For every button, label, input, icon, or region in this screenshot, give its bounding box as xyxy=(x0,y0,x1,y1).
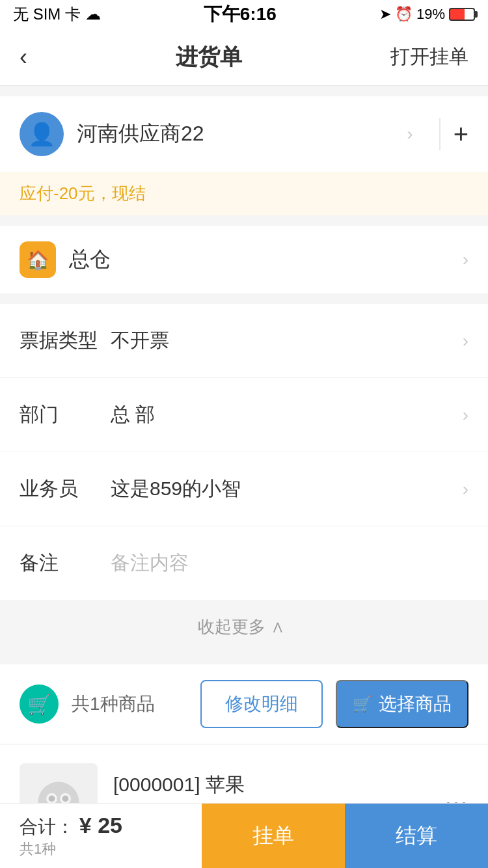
department-arrow-icon: › xyxy=(463,405,468,426)
supplier-arrow-icon: › xyxy=(407,124,413,144)
warehouse-icon-inner: 🏠 xyxy=(27,249,49,271)
product-code: [0000001] xyxy=(113,774,200,795)
total-amount: ¥ 25 xyxy=(79,813,122,837)
svg-point-3 xyxy=(49,796,55,802)
salesperson-value: 这是859的小智 xyxy=(111,476,463,502)
back-button[interactable]: ‹ xyxy=(20,44,27,71)
warehouse-name: 总仓 xyxy=(69,245,463,274)
alarm-icon: ⏰ xyxy=(395,6,413,23)
department-value: 总 部 xyxy=(111,401,463,428)
status-time: 下午6:16 xyxy=(204,2,277,27)
warehouse-section[interactable]: 🏠 总仓 › xyxy=(0,226,488,293)
battery-icon xyxy=(449,8,475,21)
product-bag-icon: 🛒 xyxy=(27,693,51,716)
salesperson-label: 业务员 xyxy=(20,476,111,502)
settle-button[interactable]: 结算 xyxy=(345,804,488,868)
invoice-type-label: 票据类型 xyxy=(20,327,111,354)
supplier-add-button[interactable]: + xyxy=(454,120,468,149)
footer: 合计： ¥ 25 共1种 挂单 结算 xyxy=(0,803,488,868)
select-product-label: 选择商品 xyxy=(379,692,452,716)
select-product-button[interactable]: 🛒 选择商品 xyxy=(336,680,468,728)
select-product-icon: 🛒 xyxy=(353,695,372,713)
total-label: 合计： xyxy=(20,817,74,837)
salesperson-row[interactable]: 业务员 这是859的小智 › xyxy=(0,452,488,526)
product-header: 🛒 共1种商品 修改明细 🛒 选择商品 xyxy=(0,664,488,744)
footer-total: 合计： ¥ 25 共1种 xyxy=(0,804,202,868)
remark-label: 备注 xyxy=(20,550,111,576)
product-count-icon: 🛒 xyxy=(20,685,59,724)
remark-row[interactable]: 备注 备注内容 xyxy=(0,526,488,600)
location-icon: ➤ xyxy=(379,6,391,23)
supplier-divider xyxy=(439,118,441,150)
pending-button[interactable]: 挂单 xyxy=(202,804,345,868)
supplier-notice: 应付-20元，现结 xyxy=(0,172,488,215)
warehouse-icon: 🏠 xyxy=(20,241,56,278)
supplier-avatar: 👤 xyxy=(20,112,64,156)
invoice-type-row[interactable]: 票据类型 不开票 › xyxy=(0,304,488,378)
footer-total-sub: 共1种 xyxy=(20,839,182,859)
supplier-section: 👤 河南供应商22 › + 应付-20元，现结 xyxy=(0,96,488,215)
supplier-name: 河南供应商22 xyxy=(77,120,407,148)
open-pending-button[interactable]: 打开挂单 xyxy=(390,44,468,70)
product-name: [0000001] 苹果 xyxy=(113,772,429,798)
battery-percent: 19% xyxy=(416,6,445,23)
product-count-label: 共1种商品 xyxy=(72,692,187,716)
department-label: 部门 xyxy=(20,401,111,428)
modify-detail-button[interactable]: 修改明细 xyxy=(200,680,323,728)
collapse-bar[interactable]: 收起更多 ∧ xyxy=(0,600,488,654)
collapse-label: 收起更多 ∧ xyxy=(198,616,284,638)
sim-label: 无 SIM 卡 ☁ xyxy=(13,4,101,25)
department-row[interactable]: 部门 总 部 › xyxy=(0,378,488,452)
status-left: 无 SIM 卡 ☁ xyxy=(13,4,101,25)
status-right: ➤ ⏰ 19% xyxy=(379,6,475,23)
footer-total-line: 合计： ¥ 25 xyxy=(20,813,182,839)
status-bar: 无 SIM 卡 ☁ 下午6:16 ➤ ⏰ 19% xyxy=(0,0,488,29)
invoice-type-value: 不开票 xyxy=(111,327,463,354)
product-title: 苹果 xyxy=(206,774,245,795)
remark-input[interactable]: 备注内容 xyxy=(111,550,468,576)
form-section: 票据类型 不开票 › 部门 总 部 › 业务员 这是859的小智 › 备注 备注… xyxy=(0,304,488,600)
page-title: 进货单 xyxy=(176,42,242,72)
supplier-avatar-icon: 👤 xyxy=(28,121,55,147)
supplier-row[interactable]: 👤 河南供应商22 › + xyxy=(0,96,488,172)
nav-bar: ‹ 进货单 打开挂单 xyxy=(0,29,488,86)
invoice-type-arrow-icon: › xyxy=(463,331,468,351)
svg-point-4 xyxy=(62,796,69,802)
warehouse-arrow-icon: › xyxy=(463,249,468,270)
salesperson-arrow-icon: › xyxy=(463,479,468,500)
